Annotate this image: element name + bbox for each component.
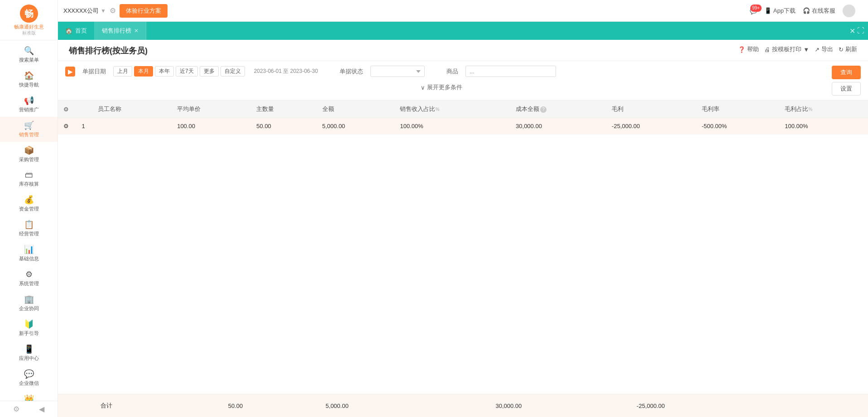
footer-total-table: 合计 50.00 5,000.00 30,000.00 -25,000.00 [63, 399, 863, 412]
main-area: XXXXXX公司 ▼ ⚙ 体验行业方案 💬 99+ 📱 App下载 🎧 在线客服 [58, 0, 868, 417]
online-service-label: 在线客服 [812, 7, 835, 15]
sidebar-settings-icon[interactable]: ⚙ [13, 405, 19, 413]
goods-filter-label: 商品 [446, 67, 458, 76]
sidebar-quick-nav-label: 快捷导航 [19, 81, 39, 88]
goods-input[interactable] [465, 66, 556, 77]
sidebar-system-icon: ⚙ [25, 269, 33, 279]
sidebar-item-appstore[interactable]: 📱 应用中心 [0, 340, 58, 365]
footer-qty: 50.00 [223, 399, 320, 412]
date-curr-btn[interactable]: 本月 [134, 66, 153, 77]
date-buttons: 上月 本月 本年 近7天 更多 自定义 [113, 66, 245, 77]
tab-sales-rank-label: 销售排行榜 [102, 27, 131, 35]
trial-button[interactable]: 体验行业方案 [120, 4, 168, 18]
sidebar-guide-icon: 🔰 [24, 319, 34, 329]
sidebar-item-inventory[interactable]: 🗃 库存核算 [0, 167, 58, 191]
sidebar-item-purchase[interactable]: 📦 采购管理 [0, 142, 58, 167]
sidebar-basics-icon: 📊 [24, 244, 34, 254]
tabbar: 🏠 首页 销售排行榜 ✕ ✕ ⛶ [58, 22, 868, 40]
page-title: 销售排行榜(按业务员) [69, 45, 148, 56]
profit-pct-icon: % [808, 107, 812, 112]
col-profit-pct-header: 毛利占比% [779, 101, 868, 118]
help-btn[interactable]: ❓ 帮助 [738, 45, 759, 53]
sidebar: 畅 畅康通好生意 标准版 🔍 搜索菜单 🏠 快捷导航 📢 营销推广 🛒 销售管理… [0, 0, 58, 417]
date-custom-btn[interactable]: 自定义 [221, 66, 245, 77]
sidebar-appstore-label: 应用中心 [19, 355, 39, 362]
row-profit-rate: -500.00% [696, 118, 780, 134]
sidebar-item-basics[interactable]: 📊 基础信息 [0, 241, 58, 266]
sidebar-item-quick-nav[interactable]: 🏠 快捷导航 [0, 67, 58, 92]
sidebar-item-search[interactable]: 🔍 搜索菜单 [0, 42, 58, 67]
sidebar-item-enterprise[interactable]: 🏢 企业协同 [0, 291, 58, 316]
filter-toggle-btn[interactable]: ▶ [65, 67, 75, 77]
sidebar-item-guide[interactable]: 🔰 新手引导 [0, 316, 58, 340]
footer-profit: -25,000.00 [631, 399, 780, 412]
refresh-label: 刷新 [845, 45, 857, 53]
app-download-btn[interactable]: 📱 App下载 [764, 7, 796, 15]
app-logo-text: 畅康通好生意 [14, 24, 44, 30]
col-settings-header[interactable]: ⚙ [58, 101, 74, 118]
query-btn[interactable]: 查询 [832, 66, 861, 79]
sidebar-purchase-label: 采购管理 [19, 156, 39, 163]
row-name [92, 118, 172, 134]
tab-sales-rank[interactable]: 销售排行榜 ✕ [95, 22, 146, 40]
phone-icon: 📱 [764, 7, 772, 14]
date-more-btn[interactable]: 更多 [200, 66, 219, 77]
tab-close-icon[interactable]: ✕ [134, 28, 139, 34]
sidebar-item-marketing[interactable]: 📢 营销推广 [0, 92, 58, 117]
row-settings[interactable]: ⚙ [58, 118, 74, 134]
user-avatar[interactable] [843, 5, 855, 17]
sidebar-item-system[interactable]: ⚙ 系统管理 [0, 266, 58, 291]
row-sales-pct: 100.00% [394, 118, 510, 134]
export-btn[interactable]: ↗ 导出 [815, 45, 833, 53]
tab-home[interactable]: 🏠 首页 [58, 22, 95, 40]
window-close-btn[interactable]: ✕ [849, 27, 855, 35]
sidebar-item-operations[interactable]: 📋 经营管理 [0, 216, 58, 241]
sidebar-item-finance[interactable]: 💰 资金管理 [0, 191, 58, 216]
tabbar-actions: ✕ ⛶ [846, 22, 868, 40]
footer-total-label: 合计 [95, 399, 181, 412]
footer-total-row: 合计 50.00 5,000.00 30,000.00 -25,000.00 [63, 399, 863, 412]
content-area: 销售排行榜(按业务员) ❓ 帮助 🖨 按模板打印 ▼ ↗ 导出 [58, 40, 868, 417]
row-rank: 1 [74, 118, 92, 134]
cost-info-icon[interactable]: ? [540, 106, 547, 113]
print-chevron-icon: ▼ [803, 46, 809, 53]
company-selector[interactable]: XXXXXX公司 ▼ [63, 7, 106, 15]
sidebar-collapse-icon[interactable]: ◀ [39, 405, 44, 413]
sidebar-wechat-label: 企业微信 [19, 380, 39, 387]
window-expand-btn[interactable]: ⛶ [857, 27, 864, 35]
sales-pct-icon: % [435, 107, 439, 112]
template-print-btn[interactable]: 🖨 按模板打印 ▼ [764, 45, 809, 53]
message-icon-btn[interactable]: 💬 99+ [750, 7, 757, 14]
date-prev-btn[interactable]: 上月 [113, 66, 132, 77]
app-download-label: App下载 [773, 7, 796, 15]
topbar-settings-icon[interactable]: ⚙ [110, 6, 116, 15]
sidebar-item-member[interactable]: 👑 畅会员 [0, 390, 58, 401]
date-filter-label: 单据日期 [82, 67, 106, 76]
filter-row-1: ▶ 单据日期 上月 本月 本年 近7天 更多 自定义 2023-06-01 至 … [65, 66, 817, 77]
sidebar-finance-icon: 💰 [24, 195, 34, 205]
sidebar-sales-icon: 🛒 [24, 120, 34, 130]
sidebar-search-icon: 🔍 [24, 46, 34, 56]
headset-icon: 🎧 [803, 7, 810, 14]
sidebar-enterprise-label: 企业协同 [19, 305, 39, 312]
settings-btn[interactable]: 设置 [832, 82, 861, 96]
col-profit-header: 毛利 [606, 101, 696, 118]
refresh-btn[interactable]: ↻ 刷新 [839, 45, 857, 53]
topbar: XXXXXX公司 ▼ ⚙ 体验行业方案 💬 99+ 📱 App下载 🎧 在线客服 [58, 0, 868, 22]
date-year-btn[interactable]: 本年 [155, 66, 174, 77]
sidebar-operations-icon: 📋 [24, 220, 34, 230]
footer-avg-price [181, 399, 222, 412]
expand-btn[interactable]: ∨ 展开更多条件 [421, 83, 462, 91]
status-select[interactable] [370, 66, 425, 77]
sidebar-purchase-icon: 📦 [24, 145, 34, 155]
footer-sales-pct [449, 399, 490, 412]
sidebar-marketing-icon: 📢 [24, 96, 34, 105]
online-service-btn[interactable]: 🎧 在线客服 [803, 7, 835, 15]
date-7d-btn[interactable]: 近7天 [176, 66, 198, 77]
sidebar-finance-label: 资金管理 [19, 206, 39, 212]
template-print-label: 按模板打印 [772, 45, 801, 53]
sidebar-item-wechat[interactable]: 💬 企业微信 [0, 365, 58, 390]
sidebar-item-sales[interactable]: 🛒 销售管理 [0, 117, 58, 142]
tab-home-label: 首页 [75, 27, 87, 35]
col-amount-header: 全额 [317, 101, 395, 118]
